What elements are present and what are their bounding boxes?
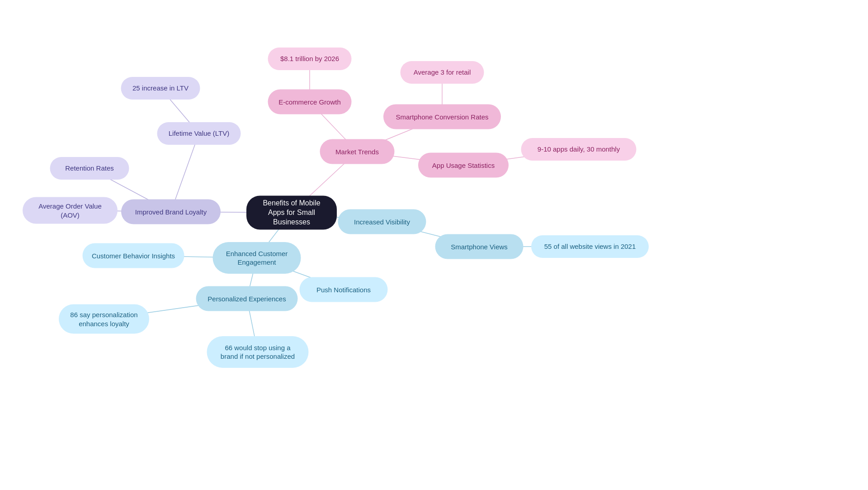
node-retention_rates: Retention Rates: [50, 157, 129, 180]
node-smartphone_views: Smartphone Views: [435, 234, 524, 259]
node-apps_daily: 9-10 apps daily, 30 monthly: [521, 138, 637, 161]
node-push_notifications: Push Notifications: [300, 277, 388, 302]
node-improved_brand_loyalty: Improved Brand Loyalty: [121, 200, 221, 224]
node-market_trends: Market Trends: [320, 139, 395, 164]
node-personalized_experiences: Personalized Experiences: [196, 286, 298, 311]
node-increase_ltv: 25 increase in LTV: [121, 77, 200, 100]
node-enhanced_engagement: Enhanced Customer Engagement: [213, 242, 301, 274]
node-stop_using_brand: 66 would stop using a brand if not perso…: [207, 336, 309, 368]
node-ecommerce_growth: E-commerce Growth: [268, 90, 352, 114]
node-center: Benefits of Mobile Apps for Small Busine…: [246, 196, 337, 230]
node-customer_behavior: Customer Behavior Insights: [83, 243, 184, 268]
node-website_views_stat: 55 of all website views in 2021: [531, 235, 649, 258]
node-average_order_value: Average Order Value (AOV): [23, 197, 118, 224]
mindmap-container: Benefits of Mobile Apps for Small Busine…: [0, 0, 868, 490]
node-lifetime_value: Lifetime Value (LTV): [157, 122, 241, 145]
node-increased_visibility: Increased Visibility: [338, 209, 426, 234]
node-personalization_loyalty: 86 say personalization enhances loyalty: [59, 304, 149, 334]
node-avg_retail: Average 3 for retail: [401, 61, 484, 84]
node-app_usage_stats: App Usage Statistics: [418, 153, 509, 178]
node-ecommerce_stat: $8.1 trillion by 2026: [268, 48, 352, 70]
node-smartphone_conversion: Smartphone Conversion Rates: [383, 105, 501, 129]
